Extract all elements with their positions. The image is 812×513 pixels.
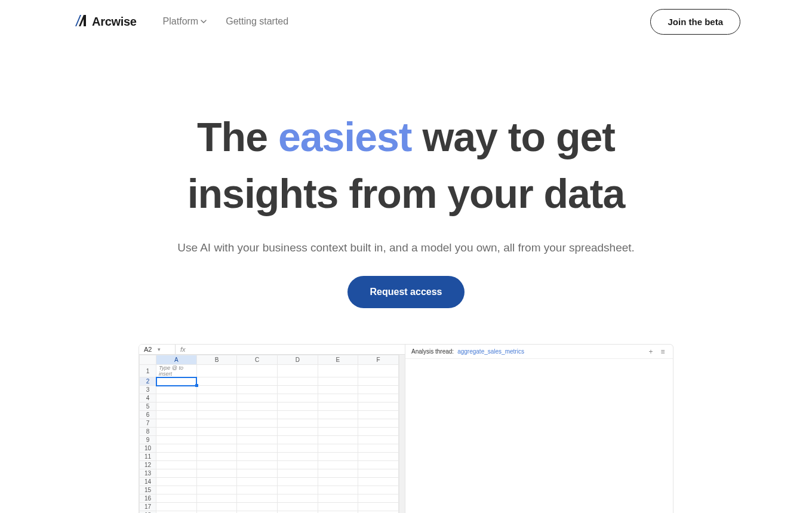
cell[interactable] <box>196 419 237 428</box>
cell[interactable] <box>318 486 358 494</box>
cell-reference-box[interactable]: A2 ▾ <box>139 346 171 353</box>
join-beta-button[interactable]: Join the beta <box>650 9 740 35</box>
cell[interactable] <box>156 377 197 386</box>
cell[interactable] <box>277 411 318 419</box>
analysis-thread-name[interactable]: aggregate_sales_metrics <box>457 348 524 355</box>
row-header[interactable]: 13 <box>140 469 156 478</box>
cell[interactable] <box>196 478 237 486</box>
cell[interactable] <box>196 386 237 394</box>
row-header[interactable]: 16 <box>140 494 156 503</box>
cell[interactable] <box>237 411 278 419</box>
cell[interactable] <box>318 436 358 444</box>
cell[interactable] <box>196 469 237 478</box>
cell[interactable] <box>196 428 237 436</box>
cell[interactable] <box>277 428 318 436</box>
row-header[interactable]: 12 <box>140 461 156 469</box>
row-header[interactable]: 10 <box>140 444 156 453</box>
cell[interactable] <box>318 394 358 403</box>
cell[interactable] <box>237 386 278 394</box>
cell[interactable] <box>318 478 358 486</box>
cell[interactable] <box>277 436 318 444</box>
nav-getting-started[interactable]: Getting started <box>226 16 288 27</box>
cell[interactable] <box>358 411 399 419</box>
cell[interactable] <box>237 444 278 453</box>
cell[interactable] <box>277 377 318 386</box>
cell[interactable] <box>196 486 237 494</box>
row-header[interactable]: 5 <box>140 403 156 411</box>
cell[interactable] <box>196 453 237 461</box>
cell[interactable] <box>156 411 197 419</box>
cell[interactable] <box>277 494 318 503</box>
cell[interactable] <box>196 377 237 386</box>
spreadsheet-grid[interactable]: A B C D E F 1Type @ to insert23456789101… <box>139 355 399 513</box>
cell[interactable] <box>277 365 318 377</box>
cell[interactable] <box>156 453 197 461</box>
cell[interactable] <box>358 469 399 478</box>
cell[interactable] <box>196 444 237 453</box>
cell[interactable] <box>156 478 197 486</box>
cell[interactable] <box>237 469 278 478</box>
cell[interactable] <box>237 377 278 386</box>
col-header[interactable]: B <box>196 355 237 365</box>
cell[interactable] <box>277 386 318 394</box>
cell[interactable] <box>237 403 278 411</box>
cell[interactable] <box>156 403 197 411</box>
brand-logo[interactable]: Arcwise <box>72 13 137 30</box>
cell[interactable] <box>358 436 399 444</box>
cell[interactable] <box>237 453 278 461</box>
cell[interactable] <box>358 494 399 503</box>
hamburger-icon[interactable]: ≡ <box>659 348 667 356</box>
cell[interactable] <box>237 394 278 403</box>
cell[interactable] <box>156 461 197 469</box>
cell[interactable] <box>318 365 358 377</box>
cell[interactable] <box>237 365 278 377</box>
cell[interactable] <box>196 461 237 469</box>
cell[interactable] <box>318 494 358 503</box>
cell[interactable] <box>237 461 278 469</box>
cell[interactable] <box>358 486 399 494</box>
cell[interactable] <box>318 503 358 511</box>
request-access-button[interactable]: Request access <box>347 276 465 308</box>
cell[interactable] <box>358 403 399 411</box>
cell[interactable] <box>277 403 318 411</box>
cell[interactable] <box>196 411 237 419</box>
cell[interactable] <box>358 428 399 436</box>
cell[interactable] <box>237 494 278 503</box>
cell[interactable] <box>237 503 278 511</box>
cell[interactable] <box>318 377 358 386</box>
cell[interactable] <box>237 478 278 486</box>
cell[interactable] <box>358 478 399 486</box>
cell[interactable] <box>156 428 197 436</box>
cell[interactable] <box>196 436 237 444</box>
cell[interactable] <box>237 486 278 494</box>
cell[interactable] <box>156 436 197 444</box>
cell[interactable] <box>318 469 358 478</box>
cell[interactable] <box>358 503 399 511</box>
col-header[interactable]: E <box>318 355 358 365</box>
cell[interactable] <box>358 453 399 461</box>
row-header[interactable]: 8 <box>140 428 156 436</box>
cell[interactable] <box>358 377 399 386</box>
cell[interactable] <box>277 478 318 486</box>
scrollbar[interactable] <box>399 355 405 513</box>
cell[interactable] <box>318 419 358 428</box>
cell[interactable] <box>196 365 237 377</box>
cell[interactable] <box>277 453 318 461</box>
cell[interactable] <box>277 503 318 511</box>
cell[interactable] <box>277 486 318 494</box>
cell[interactable] <box>318 461 358 469</box>
cell[interactable] <box>196 503 237 511</box>
cell[interactable] <box>277 419 318 428</box>
cell[interactable] <box>358 394 399 403</box>
cell[interactable] <box>196 403 237 411</box>
cell[interactable] <box>318 403 358 411</box>
row-header[interactable]: 3 <box>140 386 156 394</box>
cell[interactable] <box>156 486 197 494</box>
nav-platform[interactable]: Platform <box>163 16 207 27</box>
row-header[interactable]: 6 <box>140 411 156 419</box>
cell[interactable] <box>277 444 318 453</box>
row-header[interactable]: 7 <box>140 419 156 428</box>
cell[interactable] <box>196 394 237 403</box>
cell[interactable] <box>156 503 197 511</box>
cell[interactable] <box>156 444 197 453</box>
